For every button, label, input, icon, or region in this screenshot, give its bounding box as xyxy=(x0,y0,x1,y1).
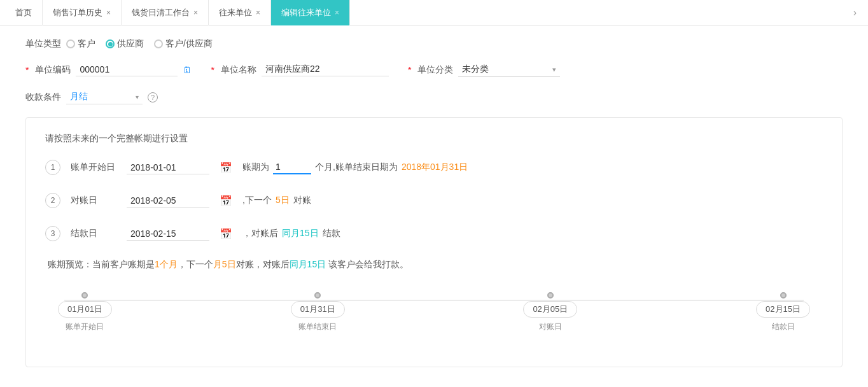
timeline-badge-1: 01月01日 xyxy=(58,301,112,318)
payment-terms-arrow: ▾ xyxy=(136,94,139,101)
preview-part1: 1个月 xyxy=(155,259,178,269)
preview-suffix: 该客户会给我打款。 xyxy=(326,259,409,269)
unit-code-copy-icon[interactable]: 🗓 xyxy=(183,65,192,75)
period-end-date: 2018年01月31日 xyxy=(402,162,468,173)
unit-name-required: * xyxy=(211,65,214,75)
period-num-3: 3 xyxy=(45,226,60,241)
tab-partner-units-label: 往来单位 xyxy=(219,7,252,18)
unit-code-input[interactable] xyxy=(76,63,178,76)
period-label-1: 账单开始日 xyxy=(71,162,116,173)
tab-partner-units[interactable]: 往来单位 × xyxy=(209,0,271,25)
tab-edit-partner[interactable]: 编辑往来单位 × xyxy=(271,0,350,25)
radio-group-unit-type: 客户 供应商 客户/供应商 xyxy=(66,38,213,50)
tab-edit-partner-close[interactable]: × xyxy=(335,8,339,17)
period-suffix-3-highlight: 同月15日 xyxy=(282,228,319,239)
timeline-dot-3 xyxy=(547,292,554,299)
payment-terms-value: 月结 xyxy=(70,91,133,102)
period-suffix-2: ,下一个5日对账 xyxy=(242,195,311,206)
tab-sales-order-history[interactable]: 销售订单历史 × xyxy=(43,0,122,25)
unit-type-row: 单位类型 客户 供应商 客户/供应商 xyxy=(25,38,843,50)
unit-code-field: * 单位编码 🗓 xyxy=(25,63,192,76)
payment-terms-help-icon[interactable]: ? xyxy=(148,92,158,102)
period-row-2: 2 对账日 📅 ,下一个5日对账 xyxy=(45,193,823,208)
section-title: 请按照未来的一个完整帐期进行设置 xyxy=(45,133,823,144)
unit-category-required: * xyxy=(408,65,411,75)
unit-category-arrow: ▾ xyxy=(552,66,556,74)
timeline-node-3: 02月05日 对账日 xyxy=(523,290,577,332)
period-month-input[interactable] xyxy=(273,160,311,174)
payment-terms-label: 收款条件 xyxy=(25,92,61,103)
radio-supplier-label: 供应商 xyxy=(117,38,144,50)
period-date-2[interactable] xyxy=(127,194,209,208)
period-label-3: 结款日 xyxy=(71,228,116,239)
period-date-3[interactable] xyxy=(127,227,209,241)
tab-cash-workbench-close[interactable]: × xyxy=(193,8,198,17)
timeline-container: 01月01日 账单开始日 01月31日 账单结束日 02月05日 对账日 xyxy=(45,283,823,351)
radio-supplier-circle xyxy=(106,39,115,48)
unit-type-field: 单位类型 客户 供应商 客户/供应商 xyxy=(25,38,213,50)
tab-sales-order-history-close[interactable]: × xyxy=(106,8,111,17)
unit-name-label: 单位名称 xyxy=(221,64,256,76)
timeline-row: 01月01日 账单开始日 01月31日 账单结束日 02月05日 对账日 xyxy=(58,290,810,332)
main-content: 单位类型 客户 供应商 客户/供应商 * 单位编码 xyxy=(0,25,868,387)
unit-category-value: 未分类 xyxy=(462,64,549,75)
radio-supplier[interactable]: 供应商 xyxy=(106,38,144,50)
timeline-node-1: 01月01日 账单开始日 xyxy=(58,290,112,332)
period-num-1: 1 xyxy=(45,160,60,175)
unit-category-field: * 单位分类 未分类 ▾ xyxy=(408,62,560,77)
preview-part2: 月5日 xyxy=(213,259,236,269)
tab-more-button[interactable]: › xyxy=(847,7,863,18)
period-date-1[interactable] xyxy=(127,161,209,174)
timeline-badge-2: 01月31日 xyxy=(291,301,345,318)
period-suffix-1-after: 个月,账单结束日期为 xyxy=(315,162,398,173)
payment-terms-field: 收款条件 月结 ▾ ? xyxy=(25,90,158,104)
radio-both-circle xyxy=(154,39,163,48)
unit-code-label: 单位编码 xyxy=(35,64,71,76)
period-suffix-1: 账期为 个月,账单结束日期为 2018年01月31日 xyxy=(242,160,468,174)
period-suffix-2-comma: ,下一个 xyxy=(242,195,272,206)
preview-text: 账期预览：当前客户账期是1个月，下一个月5日对账，对账后同月15日 该客户会给我… xyxy=(45,259,823,271)
timeline-label-2: 账单结束日 xyxy=(298,321,337,332)
tab-partner-units-close[interactable]: × xyxy=(256,8,260,17)
timeline-badge-4: 02月15日 xyxy=(756,301,810,318)
tab-cash-workbench[interactable]: 钱货日清工作台 × xyxy=(122,0,209,25)
period-cal-3[interactable]: 📅 xyxy=(220,228,232,240)
unit-category-dropdown[interactable]: 未分类 ▾ xyxy=(458,62,560,77)
preview-part3: 同月15日 xyxy=(290,259,326,269)
tab-edit-partner-label: 编辑往来单位 xyxy=(281,7,331,18)
unit-name-input[interactable] xyxy=(262,63,389,76)
unit-type-label: 单位类型 xyxy=(25,38,61,50)
period-label-2: 对账日 xyxy=(71,195,116,206)
tab-sales-order-history-label: 销售订单历史 xyxy=(53,7,102,18)
timeline-dot-2 xyxy=(314,292,321,299)
tab-home-label: 首页 xyxy=(15,7,32,18)
period-row-3: 3 结款日 📅 ，对账后同月15日结款 xyxy=(45,226,823,241)
radio-customer-label: 客户 xyxy=(78,38,95,50)
payment-terms-select[interactable]: 月结 ▾ xyxy=(66,90,143,104)
period-num-2: 2 xyxy=(45,193,60,208)
timeline-badge-3: 02月05日 xyxy=(523,301,577,318)
preview-label: 账期预览：当前客户账期是 xyxy=(48,259,155,269)
timeline-label-4: 结款日 xyxy=(772,321,795,332)
preview-mid2: 对账，对账后 xyxy=(236,259,290,269)
period-suffix-3: ，对账后同月15日结款 xyxy=(242,228,340,239)
code-name-category-row: * 单位编码 🗓 * 单位名称 * 单位分类 未分类 ▾ xyxy=(25,62,843,77)
unit-name-field: * 单位名称 xyxy=(211,63,388,76)
radio-both[interactable]: 客户/供应商 xyxy=(154,38,213,50)
preview-mid1: ， xyxy=(178,259,186,269)
period-suffix-3-after: 结款 xyxy=(323,228,340,239)
timeline-label-1: 账单开始日 xyxy=(66,321,104,332)
unit-category-label: 单位分类 xyxy=(417,64,453,76)
period-cal-1[interactable]: 📅 xyxy=(220,162,232,174)
period-settings-section: 请按照未来的一个完整帐期进行设置 1 账单开始日 📅 账期为 个月,账单结束日期… xyxy=(25,117,843,367)
tab-home[interactable]: 首页 xyxy=(5,0,43,25)
radio-customer[interactable]: 客户 xyxy=(66,38,95,50)
timeline-node-4: 02月15日 结款日 xyxy=(756,290,810,332)
period-row-1: 1 账单开始日 📅 账期为 个月,账单结束日期为 2018年01月31日 xyxy=(45,160,823,175)
unit-code-required: * xyxy=(25,65,29,75)
timeline-dot-start xyxy=(81,292,88,299)
timeline-label-3: 对账日 xyxy=(539,321,562,332)
timeline-node-2: 01月31日 账单结束日 xyxy=(291,290,345,332)
period-suffix-1-before: 账期为 xyxy=(242,162,269,173)
period-cal-2[interactable]: 📅 xyxy=(220,195,232,207)
